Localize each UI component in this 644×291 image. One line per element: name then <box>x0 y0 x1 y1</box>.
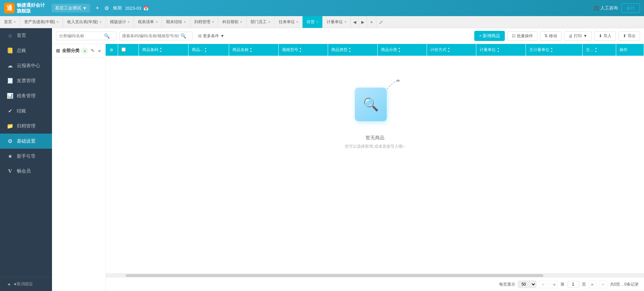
product-search-input[interactable] <box>122 34 179 38</box>
prev-page-button[interactable]: ◀ <box>550 280 558 288</box>
add-tab-button[interactable]: + <box>94 5 101 12</box>
sidebar-item-invoice[interactable]: 🧾 发票管理 <box>0 73 52 88</box>
sidebar-item-ledger[interactable]: 📒 总账 <box>0 43 52 58</box>
tab-department[interactable]: 部门员工 × <box>247 16 275 28</box>
tab-close-all-button[interactable]: × <box>367 16 376 28</box>
tab-close-icon[interactable]: × <box>212 20 214 24</box>
tab-close-icon[interactable]: × <box>344 20 346 24</box>
tab-close-icon[interactable]: × <box>14 20 16 24</box>
sidebar-item-tax[interactable]: 📊 税务管理 <box>0 88 52 103</box>
calendar-icon[interactable]: 📅 <box>143 6 149 11</box>
batch-operation-button[interactable]: ☑ 批量操作 <box>507 31 537 41</box>
tab-close-icon[interactable]: × <box>128 20 130 24</box>
data-table-wrap: ⚙ 商品条码▲▼ 商品...▲▼ 商品名称▲▼ <box>106 44 644 291</box>
tab-subject[interactable]: 科目期初 × <box>218 16 247 28</box>
main-layout: ⌂ 首页 📒 总账 ☁ 云报表中心 🧾 发票管理 📊 税务管理 ✔ 结账 📁 归… <box>0 28 644 291</box>
logo-main: 畅捷通好会计 <box>17 2 45 8</box>
th-spec[interactable]: 规格型号▲▼ <box>278 44 328 56</box>
th-extra[interactable]: 主...▲▼ <box>583 44 616 56</box>
move-button[interactable]: ⇅ 移动 <box>540 31 561 41</box>
th-main-unit[interactable]: 主计量单位▲▼ <box>526 44 583 56</box>
search-icon2[interactable]: 🔍 <box>180 33 186 39</box>
collapse-panel-button[interactable]: ◄ <box>97 48 101 53</box>
table-scroll[interactable]: ⚙ 商品条码▲▼ 商品...▲▼ 商品名称▲▼ <box>106 44 644 273</box>
total-records: 共0页，0条记录 <box>610 282 639 287</box>
period-value: 2023-03 <box>125 6 141 11</box>
account-button[interactable]: 会计 <box>621 3 640 13</box>
tab-label: 计量单位 <box>327 19 343 25</box>
settings-icon: ⚙ <box>7 138 13 144</box>
cloud-icon: ☁ <box>7 62 13 69</box>
tab-close-icon[interactable]: × <box>268 20 270 24</box>
tab-close-icon[interactable]: × <box>240 20 242 24</box>
th-name[interactable]: 商品名称▲▼ <box>229 44 278 56</box>
export-button[interactable]: ⬆ 导出 <box>619 31 640 41</box>
logo-sub: 旗舰版 <box>17 8 45 14</box>
sidebar-unpin-button[interactable]: ◄ ◄取消固定 <box>0 277 52 291</box>
tab-close-icon[interactable]: × <box>156 20 158 24</box>
tab-archive[interactable]: 归档管理 × <box>190 16 218 28</box>
page-number-input[interactable] <box>567 281 579 288</box>
category-search-input[interactable] <box>59 34 103 38</box>
sidebar-item-close-account[interactable]: ✔ 结账 <box>0 103 52 118</box>
th-price-method[interactable]: 计价方式▲▼ <box>427 44 476 56</box>
filter-icon: ⊟ <box>198 34 202 38</box>
tab-label: 税表清单 <box>138 19 154 25</box>
tab-close-icon[interactable]: × <box>100 20 102 24</box>
tab-close-icon[interactable]: × <box>57 20 59 24</box>
per-page-select[interactable]: 50 100 200 <box>518 281 536 288</box>
search-icon[interactable]: 🔍 <box>104 33 110 39</box>
first-page-button[interactable]: ⊲ <box>539 280 547 288</box>
company-name: 基层工会测试 <box>55 5 81 11</box>
tab-contacts[interactable]: 往来单位 × <box>275 16 303 28</box>
th-checkbox[interactable] <box>118 44 139 56</box>
th-unit[interactable]: 计量单位▲▼ <box>476 44 526 56</box>
last-page-button[interactable]: ⊳ <box>599 280 607 288</box>
invoice-icon: 🧾 <box>7 78 13 84</box>
tab-balance-sheet[interactable]: 资产负债表(中期) × <box>20 16 63 28</box>
tab-close-icon[interactable]: × <box>184 20 186 24</box>
horizontal-scrollbar[interactable] <box>106 273 644 277</box>
th-code[interactable]: 商品...▲▼ <box>188 44 229 56</box>
tab-unit[interactable]: 计量单位 × <box>323 16 351 28</box>
sidebar-item-member[interactable]: V 畅会员 <box>0 164 52 179</box>
batch-icon: ☑ <box>512 34 516 38</box>
sidebar-item-settings[interactable]: ⚙ 基础设置 <box>0 134 52 149</box>
sidebar-item-cloud-report[interactable]: ☁ 云报表中心 <box>0 58 52 73</box>
th-settings[interactable]: ⚙ <box>106 44 118 56</box>
tab-next-button[interactable]: ▶ <box>359 16 367 28</box>
chevron-down-icon: ▼ <box>220 34 224 38</box>
logo-icon: 通 <box>4 3 15 13</box>
tab-label: 期末结转 <box>166 19 182 25</box>
th-barcode[interactable]: 商品条码▲▼ <box>139 44 188 56</box>
tab-income[interactable]: 收入支出表(年报) × <box>63 16 106 28</box>
tab-close-icon[interactable]: × <box>297 20 299 24</box>
ledger-icon: 📒 <box>7 47 13 54</box>
filter-button[interactable]: ⊟ 更多条件 ▼ <box>196 32 227 40</box>
th-type[interactable]: 商品类型▲▼ <box>328 44 377 56</box>
tab-tax[interactable]: 税表清单 × <box>134 16 162 28</box>
print-button[interactable]: 🖨 打印 ▼ <box>564 31 592 41</box>
settings-icon[interactable]: ⚙ <box>104 5 109 11</box>
add-product-button[interactable]: + 新增商品 <box>474 31 505 41</box>
service-button[interactable]: 🎧 人工咨询 <box>594 5 618 11</box>
tab-prev-button[interactable]: ◀ <box>351 16 359 28</box>
tab-homepage[interactable]: 首页 × <box>0 16 20 28</box>
tab-expand-button[interactable]: ⤢ <box>376 16 386 28</box>
next-page-button[interactable]: ▶ <box>589 280 597 288</box>
select-all-checkbox[interactable] <box>121 47 126 52</box>
category-edit-icon[interactable]: ✎ <box>91 48 95 53</box>
th-category[interactable]: 商品分类▲▼ <box>377 44 427 56</box>
unpin-icon: ◄ <box>7 282 11 287</box>
company-selector[interactable]: 基层工会测试 ▼ <box>52 4 90 12</box>
tab-template[interactable]: 模版设计 × <box>106 16 134 28</box>
scrollbar-thumb[interactable] <box>126 274 543 277</box>
tab-close-icon[interactable]: × <box>316 20 318 24</box>
sidebar-item-home[interactable]: ⌂ 首页 <box>0 28 52 43</box>
sidebar-label: 云报表中心 <box>17 63 40 69</box>
tab-inventory[interactable]: 存货 × <box>303 16 323 28</box>
sidebar-item-archive[interactable]: 📁 归档管理 <box>0 118 52 134</box>
sidebar-item-guide[interactable]: ★ 新手引导 <box>0 149 52 164</box>
import-button[interactable]: ⬇ 导入 <box>594 31 616 41</box>
tab-period-carry[interactable]: 期末结转 × <box>162 16 190 28</box>
